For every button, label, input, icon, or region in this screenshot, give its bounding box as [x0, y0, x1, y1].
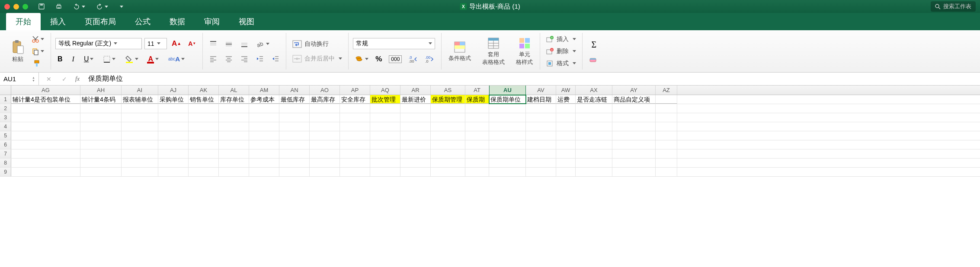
column-header-AW[interactable]: AW — [556, 86, 576, 95]
cell-AO1[interactable]: 最高库存 — [310, 95, 340, 104]
row-header-1[interactable]: 1 — [0, 95, 11, 104]
cell-AQ4[interactable] — [370, 122, 400, 131]
cell-AV2[interactable] — [526, 104, 556, 113]
cell-AS8[interactable] — [431, 159, 465, 167]
cell-AL8[interactable] — [219, 159, 249, 167]
cell-AV7[interactable] — [526, 149, 556, 158]
align-bottom-button[interactable] — [238, 39, 250, 49]
cell-AT1[interactable]: 保质期 — [465, 95, 489, 104]
formula-input[interactable]: 保质期单位 — [85, 74, 980, 83]
increase-decimal-button[interactable]: .0.00 — [407, 54, 420, 64]
cell-AI9[interactable] — [122, 168, 158, 176]
cell-AI3[interactable] — [122, 113, 158, 122]
cell-AQ7[interactable] — [370, 149, 400, 158]
cell-AN9[interactable] — [279, 168, 310, 176]
name-box[interactable]: AU1 ▲▼ — [0, 73, 39, 85]
tab-home[interactable]: 开始 — [6, 13, 41, 30]
font-size-combo[interactable]: 11 — [144, 38, 167, 49]
save-icon[interactable] — [36, 2, 47, 11]
close-window-button[interactable] — [4, 4, 10, 10]
insert-cells-button[interactable]: +插入 — [544, 35, 578, 44]
cell-AP5[interactable] — [340, 131, 370, 140]
cell-AQ5[interactable] — [370, 131, 400, 140]
cell-AH8[interactable] — [80, 159, 122, 167]
column-header-AK[interactable]: AK — [189, 86, 219, 95]
cell-AT4[interactable] — [465, 122, 489, 131]
cell-AG7[interactable] — [11, 149, 80, 158]
cell-AY6[interactable] — [612, 140, 656, 149]
column-header-AL[interactable]: AL — [219, 86, 249, 95]
cell-AW9[interactable] — [556, 168, 576, 176]
font-name-combo[interactable]: 等线 Regular (正文) — [55, 38, 142, 49]
cell-AR5[interactable] — [400, 131, 431, 140]
cell-AH5[interactable] — [80, 131, 122, 140]
cell-AM3[interactable] — [249, 113, 279, 122]
undo-button[interactable] — [70, 2, 87, 11]
redo-button[interactable] — [93, 2, 110, 11]
cell-AL3[interactable] — [219, 113, 249, 122]
cell-AW2[interactable] — [556, 104, 576, 113]
cell-AN3[interactable] — [279, 113, 310, 122]
tab-data[interactable]: 数据 — [160, 13, 195, 30]
cell-AZ2[interactable] — [656, 104, 677, 113]
row-header-2[interactable]: 2 — [0, 104, 11, 113]
autosum-button[interactable]: Σ — [587, 38, 601, 51]
cell-AY4[interactable] — [612, 122, 656, 131]
cell-AJ3[interactable] — [158, 113, 189, 122]
cell-AH9[interactable] — [80, 168, 122, 176]
cut-button[interactable] — [29, 34, 46, 44]
phonetic-button[interactable]: abcA — [166, 54, 187, 64]
cell-AO6[interactable] — [310, 140, 340, 149]
maximize-window-button[interactable] — [22, 4, 28, 10]
cell-AU4[interactable] — [489, 122, 526, 131]
font-color-button[interactable]: A — [146, 54, 161, 65]
cell-AR6[interactable] — [400, 140, 431, 149]
column-header-AJ[interactable]: AJ — [158, 86, 189, 95]
cell-AL9[interactable] — [219, 168, 249, 176]
format-painter-button[interactable] — [29, 58, 46, 69]
orientation-button[interactable]: ab — [254, 39, 272, 49]
copy-button[interactable] — [29, 46, 46, 57]
tab-view[interactable]: 视图 — [229, 13, 264, 30]
cell-AV5[interactable] — [526, 131, 556, 140]
cell-AX3[interactable] — [576, 113, 612, 122]
cell-AN8[interactable] — [279, 159, 310, 167]
cell-AO8[interactable] — [310, 159, 340, 167]
cell-AO3[interactable] — [310, 113, 340, 122]
cell-AI2[interactable] — [122, 104, 158, 113]
cell-AS4[interactable] — [431, 122, 465, 131]
align-top-button[interactable] — [207, 39, 219, 49]
row-header-4[interactable]: 4 — [0, 122, 11, 131]
cell-AR7[interactable] — [400, 149, 431, 158]
cell-AX8[interactable] — [576, 159, 612, 167]
cell-AM4[interactable] — [249, 122, 279, 131]
cell-AY7[interactable] — [612, 149, 656, 158]
tab-page-layout[interactable]: 页面布局 — [75, 13, 125, 30]
cell-AK5[interactable] — [189, 131, 219, 140]
cell-styles-button[interactable]: 单元 格样式 — [513, 36, 535, 67]
cell-AZ7[interactable] — [656, 149, 677, 158]
cell-AW6[interactable] — [556, 140, 576, 149]
delete-cells-button[interactable]: ×删除 — [544, 47, 578, 56]
column-header-AG[interactable]: AG — [11, 86, 80, 95]
paste-button[interactable]: 粘贴 — [9, 39, 27, 64]
cell-AI4[interactable] — [122, 122, 158, 131]
cell-AM2[interactable] — [249, 104, 279, 113]
column-header-AX[interactable]: AX — [576, 86, 612, 95]
cell-AK2[interactable] — [189, 104, 219, 113]
cell-AZ1[interactable] — [656, 95, 677, 104]
fx-icon[interactable]: fx — [75, 76, 80, 83]
border-button[interactable] — [101, 54, 118, 64]
italic-button[interactable]: I — [70, 54, 77, 64]
cell-AP8[interactable] — [340, 159, 370, 167]
column-header-AI[interactable]: AI — [122, 86, 158, 95]
select-all-corner[interactable] — [0, 86, 11, 95]
cell-AS1[interactable]: 保质期管理 — [431, 95, 465, 104]
cell-AP3[interactable] — [340, 113, 370, 122]
cell-AT6[interactable] — [465, 140, 489, 149]
tab-formulas[interactable]: 公式 — [125, 13, 160, 30]
cell-AW7[interactable] — [556, 149, 576, 158]
cell-AQ1[interactable]: 批次管理 — [370, 95, 400, 104]
cell-AG3[interactable] — [11, 113, 80, 122]
increase-font-button[interactable]: A▲ — [170, 38, 183, 49]
